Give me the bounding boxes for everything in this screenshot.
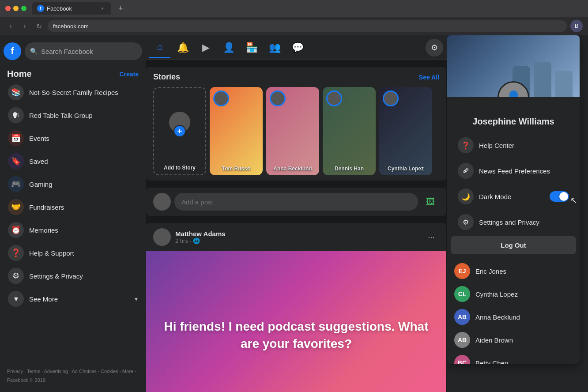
fundraisers-icon: 🤝 [8,199,24,215]
nav-settings-button[interactable]: ⚙ [426,39,443,57]
saved-icon: 🔖 [8,153,24,169]
browser-profile-icon[interactable]: B [570,20,583,32]
help-center-label: Help Center [479,142,514,149]
story-card-1[interactable]: Tom Russo [210,87,263,175]
banner-person-3 [555,71,573,97]
sidebar-item-redtable-label: Red Table Talk Group [29,112,93,119]
story-avatar-2 [270,90,286,106]
address-bar[interactable]: facebook.com [48,20,567,32]
footer-links: Privacy · Terms · Advertising · Ad Choic… [4,364,142,388]
nav-watch-button[interactable]: ▶ [195,37,216,58]
story-name-2: Anna Becklund [266,166,319,172]
events-icon: 📅 [8,130,24,146]
profile-name[interactable]: Josephine Williams [447,117,580,132]
profile-banner: 👤 [447,35,580,97]
see-all-link[interactable]: See All [419,74,439,81]
composer-input[interactable]: Add a post [174,193,418,211]
story-card-4[interactable]: Cynthia Lopez [379,87,432,175]
friend-name-cynthia: Cynthia Lopez [475,290,518,298]
stories-row: + Add to Story Tom Russo Anna Becklund [153,87,439,175]
dropdown-newsfeed-item[interactable]: 🗞 News Feed Preferences [451,158,576,183]
feed-container: Stories See All + Add to Story [146,60,446,392]
new-tab-button[interactable]: + [118,4,123,13]
friend-item-eric[interactable]: EJ Eric Jones [447,260,580,283]
sidebar-item-fundraisers[interactable]: 🤝 Fundraisers [4,196,142,219]
left-sidebar: f 🔍 Search Facebook Home Create 📚 Not-So… [0,35,146,392]
sidebar-item-more[interactable]: ▾ See More ▾ [4,287,142,310]
story-name-3: Dennis Han [323,166,376,172]
friend-avatar-anna: AB [454,309,470,325]
minimize-window-button[interactable] [13,6,19,11]
add-story-card[interactable]: + Add to Story [153,87,206,175]
see-more-group: See More ▾ [29,295,138,303]
sidebar-item-settings[interactable]: ⚙ Settings & Privacy [4,264,142,287]
story-card-3[interactable]: Dennis Han [323,87,376,175]
nav-notifications-button[interactable]: 🔔 [172,37,193,58]
friend-item-betty[interactable]: BC Betty Chen [447,351,580,364]
dropdown-help-item[interactable]: ❓ Help Center [451,133,576,158]
back-button[interactable]: ‹ [5,22,16,30]
friend-name-anna: Anna Becklund [475,313,520,321]
refresh-button[interactable]: ↻ [34,22,44,30]
nav-profile-button[interactable]: 👤 [218,37,239,58]
search-icon: 🔍 [30,48,38,55]
stories-header: Stories See All [153,72,439,82]
composer-avatar [153,193,171,211]
tab-close-button[interactable]: × [99,5,106,12]
post-more-button[interactable]: ··· [423,229,439,245]
dropdown-darkmode-item[interactable]: 🌙 Dark Mode ↖ [451,184,576,209]
friend-name-eric: Eric Jones [475,268,506,275]
post-author-name: Matthew Adams [175,230,419,237]
footer-text: Privacy · Terms · Advertising · Ad Choic… [7,369,136,383]
dark-mode-icon: 🌙 [458,188,474,204]
dark-mode-toggle[interactable]: ↖ [550,191,569,202]
forward-button[interactable]: › [19,22,30,30]
sidebar-item-memories[interactable]: ⏰ Memories [4,219,142,241]
friend-name-aiden: Aiden Brown [475,336,513,344]
sidebar-item-gaming[interactable]: 🎮 Gaming [4,173,142,196]
nav-marketplace-button[interactable]: 🏪 [241,37,262,58]
sidebar-item-events-label: Events [29,135,49,142]
friend-avatar-cynthia: CL [454,286,470,302]
dark-mode-label: Dark Mode [479,193,511,200]
post-card: Matthew Adams 2 hrs · 🌐 ··· Hi friends! … [146,223,446,392]
nav-groups-button[interactable]: 👥 [264,37,285,58]
help-center-icon: ❓ [458,137,474,153]
nav-home-button[interactable]: ⌂ [149,37,170,58]
toggle-knob [559,192,568,201]
sidebar-item-fundraisers-label: Fundraisers [29,204,64,211]
gaming-icon: 🎮 [8,176,24,192]
sidebar-item-redtable[interactable]: 🗣 Red Table Talk Group [4,104,142,127]
tab-favicon: f [37,5,44,12]
search-box[interactable]: 🔍 Search Facebook [25,42,142,60]
post-meta: Matthew Adams 2 hrs · 🌐 [175,230,419,244]
sidebar-item-saved[interactable]: 🔖 Saved [4,150,142,173]
friend-item-cynthia[interactable]: CL Cynthia Lopez [447,283,580,305]
maximize-window-button[interactable] [21,6,26,11]
post-time-text: 2 hrs [175,237,188,244]
close-window-button[interactable] [5,6,11,11]
browser-tab[interactable]: f Facebook × [32,2,111,15]
sidebar-item-recipes[interactable]: 📚 Not-So-Secret Family Recipes [4,81,142,104]
friend-item-aiden[interactable]: AB Aiden Brown [447,328,580,351]
feed-area: Stories See All + Add to Story [146,60,447,392]
post-image: Hi friends! I need podcast suggestions. … [146,251,446,392]
add-story-label: Add to Story [154,165,205,171]
sidebar-item-help[interactable]: ❓ Help & Support [4,241,142,264]
dropdown-settings-item[interactable]: ⚙ Settings and Privacy [451,210,576,234]
friend-avatar-betty: BC [454,355,470,364]
composer-placeholder: Add a post [181,198,213,206]
sidebar-item-recipes-label: Not-So-Secret Family Recipes [29,89,118,96]
friend-item-anna[interactable]: AB Anna Becklund [447,305,580,328]
friend-name-betty: Betty Chen [475,359,508,364]
logout-button[interactable]: Log Out [451,236,576,254]
friends-list: EJ Eric Jones CL Cynthia Lopez AB Anna B… [447,258,580,364]
composer-photo-button[interactable]: 🖼 [422,193,439,211]
post-author-avatar [153,228,171,246]
right-dropdown: 👤 Josephine Williams ❓ Help Center 🗞 New… [447,35,580,364]
sidebar-item-events[interactable]: 📅 Events [4,127,142,150]
create-link[interactable]: Create [119,71,139,78]
tab-title: Facebook [47,5,72,12]
nav-messenger-button[interactable]: 💬 [287,37,308,58]
story-card-2[interactable]: Anna Becklund [266,87,319,175]
